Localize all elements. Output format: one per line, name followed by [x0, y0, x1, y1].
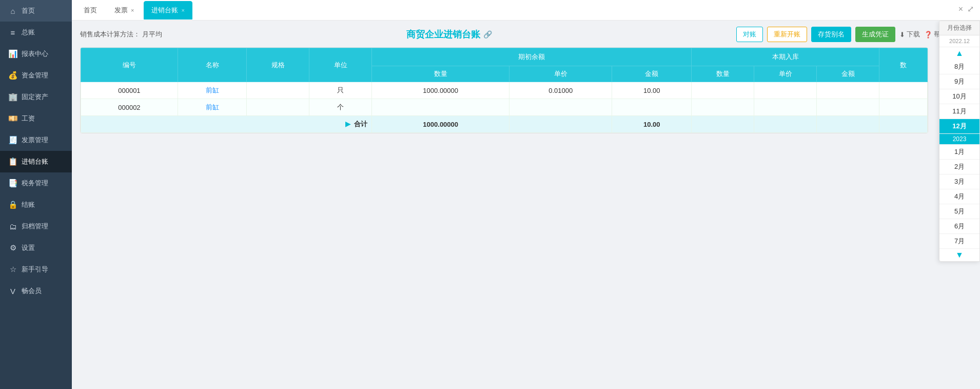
sidebar-item-label: 税务管理 — [22, 179, 48, 188]
cell-code: 000002 — [81, 99, 178, 116]
col-header-p-init: 单价 — [509, 66, 612, 82]
month-4[interactable]: 4月 — [939, 189, 979, 204]
cell-q-in — [692, 99, 754, 116]
sidebar-item-tax[interactable]: 📑 税务管理 — [0, 172, 72, 194]
cell-extra — [879, 82, 928, 99]
month-8[interactable]: 8月 — [939, 60, 979, 74]
tab-home[interactable]: 首页 — [76, 1, 105, 20]
month-6[interactable]: 6月 — [939, 219, 979, 234]
generate-voucher-button[interactable]: 生成凭证 — [855, 27, 895, 42]
sidebar-item-assets[interactable]: 🏢 固定资产 — [0, 86, 72, 108]
cell-p-in — [754, 99, 817, 116]
tab-purchase-sale[interactable]: 进销台账 × — [144, 1, 192, 20]
sidebar-item-invoice[interactable]: 🧾 发票管理 — [0, 129, 72, 151]
cell-unit: 只 — [309, 82, 372, 99]
reopen-button[interactable]: 重新开账 — [767, 27, 807, 42]
title-link-icon[interactable]: 🔗 — [483, 30, 492, 38]
sidebar-item-reports[interactable]: 📊 报表中心 — [0, 43, 72, 65]
tab-home-label: 首页 — [84, 6, 97, 15]
cell-name: 前缸 — [178, 99, 246, 116]
cost-method: 销售成本计算方法： 月平均 — [80, 30, 162, 39]
sidebar-item-close[interactable]: 🔒 结账 — [0, 194, 72, 216]
year-2023-marker: 2023 — [939, 134, 979, 145]
main-table: 编号 名称 规格 单位 期初余额 本期入库 数 数量 单价 金额 数量 单价 — [80, 47, 928, 133]
month-12[interactable]: 12月 — [939, 119, 979, 134]
tab-purchase-sale-close[interactable]: × — [181, 7, 184, 13]
col-header-q-init: 数量 — [372, 66, 509, 82]
cell-q-init — [372, 99, 509, 116]
invoice-icon: 🧾 — [8, 135, 17, 145]
col-header-unit: 单位 — [309, 48, 372, 82]
sidebar-item-label: 新手引导 — [22, 265, 48, 274]
sidebar-item-label: 工资 — [22, 114, 35, 123]
month-1[interactable]: 1月 — [939, 145, 979, 160]
sidebar-item-label: 进销台账 — [22, 157, 48, 166]
action-buttons: 对账 重新开账 存货别名 生成凭证 ⬇ 下载 ❓ 帮助 ↻ 刷新 — [736, 27, 972, 42]
month-2[interactable]: 2月 — [939, 160, 979, 174]
col-header-p-in: 单价 — [754, 66, 817, 82]
tabs-bar: 首页 发票 × 进销台账 × — [72, 0, 980, 21]
month-11[interactable]: 11月 — [939, 104, 979, 119]
tab-invoice[interactable]: 发票 × — [107, 1, 142, 20]
month-3[interactable]: 3月 — [939, 174, 979, 189]
cost-method-label: 销售成本计算方法： — [80, 30, 140, 38]
cell-spec — [247, 82, 309, 99]
page-title: 商贸企业进销台账 — [406, 28, 480, 41]
cell-p-init — [509, 99, 612, 116]
download-icon: ⬇ — [899, 31, 905, 38]
tab-invoice-label: 发票 — [114, 6, 128, 15]
sidebar-item-home[interactable]: ⌂ 首页 — [0, 0, 72, 22]
vip-icon: V — [8, 287, 17, 296]
cell-amt-in — [817, 82, 879, 99]
month-9[interactable]: 9月 — [939, 74, 979, 89]
name-link[interactable]: 前缸 — [206, 103, 219, 111]
month-scroll-up[interactable]: ▲ — [939, 47, 979, 60]
month-7[interactable]: 7月 — [939, 234, 979, 249]
total-icon: ▶ — [345, 120, 350, 128]
name-link[interactable]: 前缸 — [206, 86, 219, 94]
month-10[interactable]: 10月 — [939, 89, 979, 104]
sidebar-item-label: 归档管理 — [22, 222, 48, 231]
col-header-spec: 规格 — [247, 48, 309, 82]
purchase-sale-icon: 📋 — [8, 157, 17, 166]
reconcile-button[interactable]: 对账 — [736, 27, 763, 42]
sidebar-item-guide[interactable]: ☆ 新手引导 — [0, 259, 72, 280]
sidebar-item-ledger[interactable]: ≡ 总账 — [0, 22, 72, 43]
total-p-init — [509, 116, 612, 133]
sidebar-item-vip[interactable]: V 畅会员 — [0, 280, 72, 302]
archive-icon: 🗂 — [8, 222, 17, 231]
cost-method-value: 月平均 — [142, 30, 162, 38]
sidebar-item-settings[interactable]: ⚙ 设置 — [0, 237, 72, 259]
month-5[interactable]: 5月 — [939, 204, 979, 219]
cell-p-init: 0.01000 — [509, 82, 612, 99]
col-header-amt-init: 金额 — [612, 66, 692, 82]
cell-extra — [879, 99, 928, 116]
assets-icon: 🏢 — [8, 92, 17, 102]
sidebar-item-label: 设置 — [22, 243, 35, 252]
month-scroll-down[interactable]: ▼ — [939, 249, 979, 261]
download-label: 下载 — [907, 30, 920, 39]
sidebar-item-funds[interactable]: 💰 资金管理 — [0, 65, 72, 86]
tax-icon: 📑 — [8, 179, 17, 188]
close-book-icon: 🔒 — [8, 200, 17, 209]
info-bar: 销售成本计算方法： 月平均 商贸企业进销台账 🔗 对账 重新开账 存货别名 生成… — [80, 27, 972, 42]
sidebar-item-label: 首页 — [22, 6, 35, 15]
save-alias-button[interactable]: 存货别名 — [811, 27, 851, 42]
total-text: 合计 — [354, 120, 367, 128]
sidebar-item-purchase-sale[interactable]: 📋 进销台账 — [0, 151, 72, 172]
cell-name: 前缸 — [178, 82, 246, 99]
cell-spec — [247, 99, 309, 116]
settings-icon: ⚙ — [8, 243, 17, 252]
sidebar-item-label: 报表中心 — [22, 49, 48, 59]
salary-icon: 💴 — [8, 114, 17, 123]
sidebar-item-label: 畅会员 — [22, 286, 42, 296]
tab-invoice-close[interactable]: × — [131, 7, 134, 13]
sidebar-item-archive[interactable]: 🗂 归档管理 — [0, 216, 72, 237]
total-q-init: 1000.00000 — [372, 116, 509, 133]
download-button[interactable]: ⬇ 下载 — [899, 30, 920, 39]
window-maximize-button[interactable]: ⤢ — [967, 4, 974, 14]
window-close-button[interactable]: × — [958, 5, 963, 14]
sidebar-item-salary[interactable]: 💴 工资 — [0, 108, 72, 129]
month-panel-title: 月份选择 — [939, 21, 979, 35]
ledger-icon: ≡ — [8, 28, 17, 37]
